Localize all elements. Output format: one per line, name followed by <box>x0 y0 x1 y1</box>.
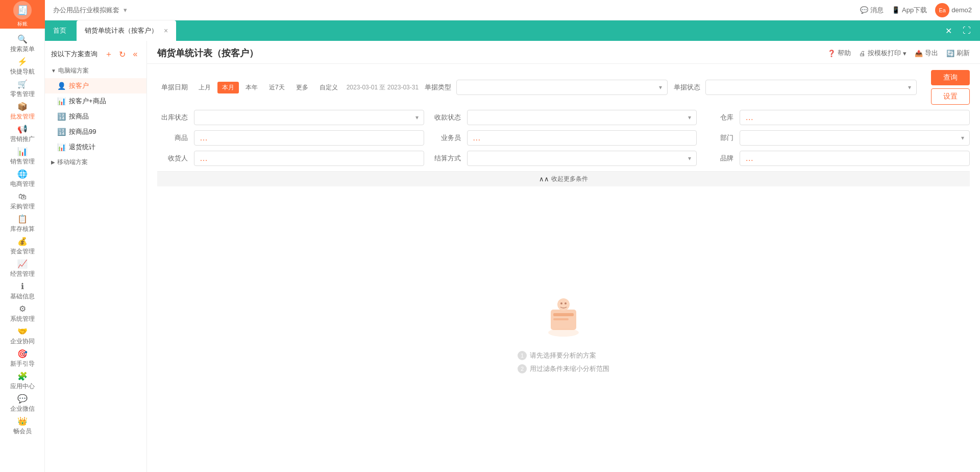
scheme-section-mobile-title[interactable]: ▶ 移动端方案 <box>45 155 146 170</box>
settle-arrow: ▾ <box>688 155 691 162</box>
export-btn[interactable]: 📤 导出 <box>915 49 938 58</box>
tab-maximize-btn[interactable]: ⛶ <box>960 23 974 38</box>
member-icon: 👑 <box>17 416 28 426</box>
hint-text-1: 请先选择要分析的方案 <box>530 351 596 360</box>
goods99-icon: 🔢 <box>57 128 66 136</box>
sidebar-item-sales[interactable]: 📊 销售管理 <box>0 145 44 168</box>
collapse-row[interactable]: ∧∧ 收起更多条件 <box>157 171 970 186</box>
tab-minimize-btn[interactable]: ✕ <box>941 23 955 38</box>
help-icon: ❓ <box>827 50 836 57</box>
basic-icon: ℹ <box>21 281 24 291</box>
staff-input[interactable]: … <box>467 130 697 146</box>
tabbar-actions: ✕ ⛶ <box>941 23 980 38</box>
svg-rect-2 <box>553 313 574 316</box>
help-btn[interactable]: ❓ 帮助 <box>827 49 851 58</box>
sidebar-item-search[interactable]: 🔍 搜索菜单 <box>0 33 44 55</box>
tab-close-icon[interactable]: × <box>164 27 168 35</box>
sidebar-item-system[interactable]: ⚙ 系统管理 <box>0 302 44 325</box>
logo-icon: 🧾 <box>13 1 32 19</box>
receipt-status-label: 收款状态 <box>430 113 461 122</box>
sidebar-item-basic[interactable]: ℹ 基础信息 <box>0 280 44 302</box>
logo[interactable]: 🧾 标账 <box>0 0 45 29</box>
date-btn-last-month[interactable]: 上月 <box>194 82 215 93</box>
hint-num-1: 1 <box>518 351 527 360</box>
newbie-icon: 🎯 <box>17 349 28 359</box>
user-info[interactable]: Ea demo2 <box>935 3 972 17</box>
sidebar-item-ecommerce[interactable]: 🌐 电商管理 <box>0 168 44 190</box>
dept-arrow: ▾ <box>961 134 964 141</box>
brand-label: 品牌 <box>703 154 733 163</box>
order-type-select[interactable]: ▾ <box>456 80 668 95</box>
appstore-icon: 🧩 <box>17 371 28 381</box>
scheme-item-by-goods99[interactable]: 🔢 按商品99 <box>45 124 146 139</box>
date-btn-custom[interactable]: 自定义 <box>315 82 342 93</box>
settings-button[interactable]: 设置 <box>931 88 970 105</box>
user-name: demo2 <box>951 6 972 14</box>
refresh-btn[interactable]: 🔄 刷新 <box>946 49 970 58</box>
app-download-label: App下载 <box>902 6 927 15</box>
sidebar-item-wechat[interactable]: 💬 企业微信 <box>0 392 44 415</box>
svg-rect-3 <box>553 318 569 320</box>
sidebar-item-retail[interactable]: 🛒 零售管理 <box>0 78 44 100</box>
page-header: 销货单统计表（按客户） ❓ 帮助 🖨 按模板打印 ▾ 📤 导出 <box>147 41 980 64</box>
content-area: 按以下方案查询 ＋ ↻ « ▼ 电脑端方案 👤 按客户 📊 按 <box>45 41 980 472</box>
date-btn-last7days[interactable]: 近7天 <box>264 82 289 93</box>
scheme-collapse-btn[interactable]: « <box>130 49 140 59</box>
tab-sales-stats[interactable]: 销货单统计表（按客户） × <box>77 20 176 41</box>
order-status-select[interactable]: ▾ <box>705 80 917 95</box>
sidebar-item-operation[interactable]: 📈 经营管理 <box>0 257 44 280</box>
scheme-item-by-customer-goods[interactable]: 📊 按客户+商品 <box>45 93 146 109</box>
query-button[interactable]: 查询 <box>931 70 970 85</box>
sidebar-item-marketing[interactable]: 📢 营销推广 <box>0 123 44 145</box>
sidebar-item-member[interactable]: 👑 畅会员 <box>0 415 44 437</box>
sidebar-item-newbie[interactable]: 🎯 新手引导 <box>0 347 44 370</box>
scheme-item-by-customer[interactable]: 👤 按客户 <box>45 78 146 93</box>
refresh-label: 刷新 <box>957 49 970 58</box>
sidebar-item-finance-label: 资金管理 <box>10 247 35 256</box>
sidebar-item-appstore[interactable]: 🧩 应用中心 <box>0 370 44 392</box>
topbar-title-text: 办公用品行业模拟账套 <box>53 6 119 15</box>
scheme-panel-header: 按以下方案查询 ＋ ↻ « <box>45 45 146 63</box>
return-icon: 📊 <box>57 143 66 151</box>
quicknav-icon: ⚡ <box>17 57 28 66</box>
sidebar-item-quicknav[interactable]: ⚡ 快捷导航 <box>0 55 44 78</box>
scheme-item-by-goods[interactable]: 🔢 按商品 <box>45 109 146 124</box>
date-btn-this-month[interactable]: 本月 <box>217 82 239 93</box>
sidebar-item-cooperation[interactable]: 🤝 企业协同 <box>0 325 44 347</box>
receiver-input[interactable]: … <box>194 151 424 166</box>
dept-select[interactable]: ▾ <box>740 130 970 146</box>
marketing-icon: 📢 <box>17 124 28 134</box>
sidebar-item-purchase[interactable]: 🛍 采购管理 <box>0 190 44 213</box>
logo-text: 标账 <box>17 20 28 28</box>
sidebar-item-finance[interactable]: 💰 资金管理 <box>0 235 44 257</box>
goods-dots: … <box>200 133 208 143</box>
empty-hint-1: 1 请先选择要分析的方案 <box>518 351 609 360</box>
scheme-refresh-btn[interactable]: ↻ <box>117 49 127 59</box>
dept-label: 部门 <box>703 133 733 143</box>
date-btn-more[interactable]: 更多 <box>291 82 313 93</box>
warehouse-input[interactable]: … <box>740 110 970 125</box>
section-mobile-label: 移动端方案 <box>57 158 88 167</box>
date-btn-this-year[interactable]: 本年 <box>241 82 262 93</box>
sidebar-item-inventory[interactable]: 📋 库存核算 <box>0 213 44 235</box>
template-print-btn[interactable]: 🖨 按模板打印 ▾ <box>859 49 906 58</box>
scheme-section-desktop-title[interactable]: ▼ 电脑端方案 <box>45 63 146 78</box>
sidebar-item-wholesale[interactable]: 📦 批发管理 <box>0 100 44 123</box>
messages-btn[interactable]: 💬 消息 <box>860 6 884 15</box>
warehouse-label: 仓库 <box>703 113 733 122</box>
topbar-title[interactable]: 办公用品行业模拟账套 ▾ <box>53 6 127 15</box>
sidebar-item-search-label: 搜索菜单 <box>10 45 35 54</box>
filter-area: 单据日期 上月 本月 本年 近7天 <box>147 64 980 193</box>
scheme-item-return-stats[interactable]: 📊 退货统计 <box>45 139 146 155</box>
brand-input[interactable]: … <box>740 151 970 166</box>
settle-select[interactable]: ▾ <box>467 151 697 166</box>
receiver-dots: … <box>200 154 208 163</box>
out-status-select[interactable]: ▾ <box>194 110 424 125</box>
order-type-arrow: ▾ <box>659 84 662 91</box>
app-download-btn[interactable]: 📱 App下载 <box>892 6 927 15</box>
tab-home[interactable]: 首页 <box>45 20 75 41</box>
scheme-add-btn[interactable]: ＋ <box>104 49 114 59</box>
goods-input[interactable]: … <box>194 130 424 146</box>
template-print-label: 按模板打印 <box>868 49 901 58</box>
receipt-status-select[interactable]: ▾ <box>467 110 697 125</box>
